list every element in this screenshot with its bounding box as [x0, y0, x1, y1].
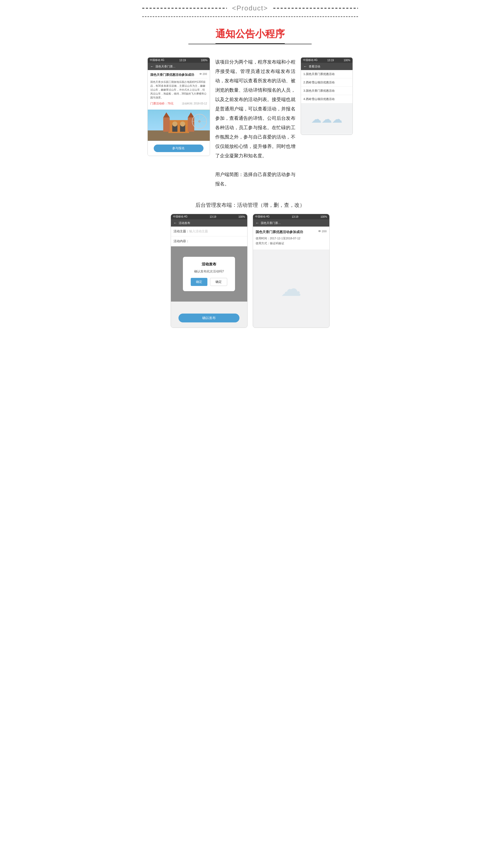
phone1-desc: 国色天香乡乐园三期旅地乐园占地面积约1300亩品，有30多条家乐设施，主要以山车…: [150, 80, 207, 100]
phone-screenshot-1: 中国移动 4G 13:19 100% ← 国色天香门票… 国色天香门票优惠活动参…: [147, 57, 210, 156]
backend-section: 后台管理发布端：活动管理（增，删，查，改） 中国移动 4G 13:19 100%…: [142, 191, 358, 333]
page-title-section: 通知公告小程序: [142, 17, 358, 49]
phone4-carrier: 中国移动 4G: [255, 215, 270, 219]
phone4-detail-row-2: 使用方式：验证码验证: [255, 241, 327, 245]
phone3-form-row-1: 活动主题： 输入活动主题: [171, 227, 247, 236]
phone3-modal-confirm[interactable]: 确定: [191, 278, 207, 286]
phone1-price: 门票活动价：79元: [150, 102, 173, 105]
phone3-battery: 100%: [238, 216, 245, 218]
phone2-battery: 100%: [344, 59, 350, 62]
backend-title: 后台管理发布端：活动管理（增，删，查，改）: [147, 201, 353, 209]
phone-screenshot-2: 中国移动 4G 13:19 100% ← 查看活动 1.国色天香门票优惠活动 2…: [301, 57, 353, 135]
phone1-carrier: 中国移动 4G: [150, 58, 164, 62]
phone3-modal-title: 活动发布: [188, 262, 230, 267]
phone3-modal-cancel[interactable]: 确定: [210, 278, 227, 286]
phone3-carrier: 中国移动 4G: [173, 215, 188, 219]
description-paragraph1: 该项目分为两个端，程序发布端和小程序接受端。管理员通过发布端发布活动，发布端可以…: [215, 57, 295, 160]
header-dashes-right: [273, 8, 358, 9]
phone1-nav-title: 国色天香门票…: [156, 65, 175, 69]
phone3-time: 13:19: [210, 216, 216, 218]
phone3-nav-bar: ← 活动发布: [171, 219, 247, 227]
svg-point-6: [180, 121, 185, 127]
phone4-watermark: ☁: [253, 250, 329, 328]
list-item-2[interactable]: 2.西岭雪山项目优惠活动: [301, 78, 353, 87]
phone4-nav-title: 国色天香门票…: [261, 221, 281, 225]
phone4-time: 13:19: [292, 216, 298, 218]
phone3-form-row-2: 活动内容：: [171, 236, 247, 246]
phone3-modal-content: 确认发布此次活动吗?: [188, 269, 230, 274]
phone1-content: 国色天香门票优惠活动参加成功 👁 200 国色天香乡乐园三期旅地乐园占地面积约1…: [148, 70, 210, 109]
list-item-1[interactable]: 1.国色天香门票优惠活动: [301, 70, 353, 78]
description-text: 该项目分为两个端，程序发布端和小程序接受端。管理员通过发布端发布活动，发布端可以…: [215, 57, 295, 188]
svg-point-5: [172, 121, 178, 127]
phone3-field1-label: 活动主题：: [173, 229, 189, 234]
phone2-time: 13:19: [327, 59, 334, 62]
phone4-detail-card: 国色天香门票优惠活动参加成功 👁 200 使用时间：2017-12-1至2018…: [253, 227, 329, 250]
phone1-status-bar: 中国移动 4G 13:19 100%: [148, 58, 210, 63]
phone3-field1-placeholder[interactable]: 输入活动主题: [189, 229, 208, 234]
phone1-activity-title: 国色天香门票优惠活动参加成功 👁 200: [150, 73, 207, 78]
phone4-views: 👁 200: [318, 230, 327, 233]
description-paragraph2: 用户端简图：选择自己喜爱的活动参与报名。: [215, 170, 295, 188]
phone3-modal-buttons: 确定 确定: [188, 278, 230, 286]
header-section: <Product>: [142, 0, 358, 17]
phone-mockup-2: 中国移动 4G 13:19 100% ← 查看活动 1.国色天香门票优惠活动 2…: [301, 57, 353, 135]
svg-rect-2: [168, 120, 189, 133]
phone2-carrier: 中国移动 4G: [303, 58, 318, 62]
svg-rect-7: [163, 117, 170, 132]
backend-screenshots: 中国移动 4G 13:19 100% ← 活动发布 活动主题： 输入活动主题 活…: [147, 214, 353, 328]
phone4-status-bar: 中国移动 4G 13:19 100%: [253, 214, 329, 219]
park-image: [148, 109, 210, 141]
phone3-publish-button[interactable]: 确以发布: [179, 314, 239, 322]
phone1-nav-bar: ← 国色天香门票…: [148, 63, 210, 70]
phone1-price-row: 门票活动价：79元 活动时间: 2018-03-12: [150, 102, 207, 105]
phone4-back-icon[interactable]: ←: [255, 221, 259, 225]
phone-mockup-3: 中国移动 4G 13:19 100% ← 活动发布 活动主题： 输入活动主题 活…: [171, 214, 248, 328]
phone3-field2-label: 活动内容：: [173, 239, 189, 243]
phone3-back-icon[interactable]: ←: [173, 221, 177, 225]
phone4-battery: 100%: [320, 216, 327, 218]
header-title: <Product>: [232, 4, 268, 12]
phone1-date: 活动时间: 2018-03-12: [182, 102, 207, 105]
content-section: 中国移动 4G 13:19 100% ← 国色天香门票… 国色天香门票优惠活动参…: [142, 49, 358, 191]
phone4-detail-row-1: 使用时间：2017-12-1至2018-07-12: [255, 236, 327, 240]
phone3-status-bar: 中国移动 4G 13:19 100%: [171, 214, 247, 219]
phone2-nav-title: 查看活动: [309, 65, 320, 69]
phone-mockup-1: 中国移动 4G 13:19 100% ← 国色天香门票… 国色天香门票优惠活动参…: [147, 57, 210, 156]
phone1-views: 👁 200: [199, 73, 207, 76]
phone1-join-button[interactable]: 参与报名: [154, 144, 203, 152]
phone2-status-bar: 中国移动 4G 13:19 100%: [301, 58, 353, 63]
phone1-back-icon[interactable]: ←: [150, 64, 154, 69]
phone4-detail-title: 国色天香门票优惠活动参加成功 👁 200: [255, 230, 327, 234]
phone3-modal-overlay: 活动发布 确认发布此次活动吗? 确定 确定: [171, 246, 247, 302]
phone3-nav-title: 活动发布: [179, 221, 190, 225]
phone1-time: 13:19: [179, 59, 186, 62]
phone2-back-icon[interactable]: ←: [304, 64, 307, 69]
phone2-nav-bar: ← 查看活动: [301, 63, 353, 70]
list-item-4[interactable]: 4.西岭雪山项目优惠活动: [301, 95, 353, 103]
list-item-3[interactable]: 3.国色天香门票优惠活动: [301, 87, 353, 95]
phone2-list: 1.国色天香门票优惠活动 2.西岭雪山项目优惠活动 3.国色天香门票优惠活动 4…: [301, 70, 353, 103]
phone3-modal: 活动发布 确认发布此次活动吗? 确定 确定: [183, 257, 235, 291]
header-dashes-left: [142, 8, 227, 9]
phone-mockup-4: 中国移动 4G 13:19 100% ← 国色天香门票… 国色天香门票优惠活动参…: [253, 214, 330, 328]
page-title: 通知公告小程序: [215, 27, 285, 44]
phone1-battery: 100%: [201, 59, 208, 62]
svg-rect-9: [188, 117, 194, 132]
phone4-nav-bar: ← 国色天香门票…: [253, 219, 329, 227]
phone2-watermark: ☁☁☁: [301, 103, 353, 135]
